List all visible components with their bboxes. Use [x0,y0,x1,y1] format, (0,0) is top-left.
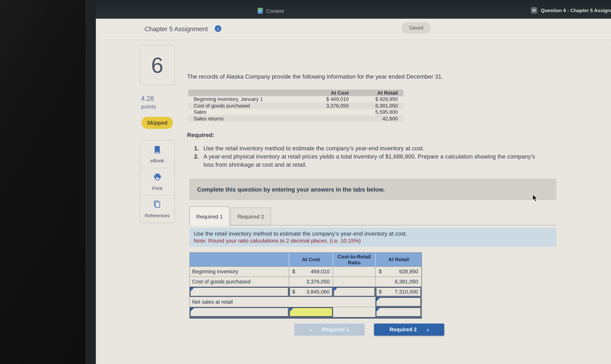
input-net-sales-retail[interactable] [376,297,421,307]
input-marker-icon [190,288,194,291]
info-icon[interactable]: i [215,25,221,32]
cell-beginning-retail: $928,950 [376,267,421,277]
answer-header-blank [190,253,289,267]
print-icon [153,172,162,183]
given-col-at-retail: At Retail [349,90,398,96]
tab-divider [190,225,557,225]
tab-required-2[interactable]: Required 2 [231,208,271,225]
input-marker-icon [376,308,380,312]
table-row: Sales returns 42,800 [188,115,403,122]
answer-table: At Cost Cost-to-Retail Ratio At Retail B… [190,252,422,318]
prev-button-label: Required 1 [322,327,349,333]
references-icon [153,200,162,211]
cell-bottom-ratio [333,307,376,317]
saved-badge: Saved [401,22,431,34]
ebook-button[interactable]: eBook [140,141,175,168]
assignment-page: Chapter 5 Assignment i Saved 6 4.28 poin… [96,19,611,364]
input-bottom-label[interactable] [190,307,289,317]
required-1-nav-button[interactable]: ‹ Required 1 [294,324,365,336]
points-value: 4.28 [141,95,154,103]
chevron-right-icon: › [427,326,429,333]
cell-goods-ratio [333,277,376,287]
table-row: Cost of goods purchased 3,376,050 6,381,… [188,102,403,109]
input-marker-icon [334,288,338,291]
problem-intro: The records of Alaska Company provide th… [187,73,600,80]
tab-required-1[interactable]: Required 1 [190,206,230,226]
browser-tab-content[interactable]: ∧ Content [258,8,284,14]
input-ratio[interactable] [333,287,376,297]
resource-toolbox: eBook Print References [140,140,175,223]
answer-header-ratio: Cost-to-Retail Ratio [333,253,376,267]
input-ending-cost-selected[interactable] [289,307,333,317]
required-list: 1. Use the retail inventory method to es… [194,144,588,169]
question-number-box: 6 [140,45,175,85]
answer-header-at-retail: At Retail [376,253,421,267]
content-tab-label: Content [266,8,284,14]
given-data-table: At Cost At Retail Beginning inventory, J… [188,90,403,122]
instruction-box: Use the retail inventory method to estim… [190,228,557,247]
input-marker-icon [290,308,293,312]
answer-header-at-cost: At Cost [289,253,333,267]
given-col-at-cost: At Cost [292,90,349,96]
cell-goods-cost: 3,376,050 [289,277,333,287]
row-label-net-sales: Net sales at retail [190,297,376,307]
cell-beginning-cost: $469,010 [289,267,333,277]
input-marker-icon [376,298,380,301]
cell-goods-retail: 6,381,050 [376,277,421,287]
instruction-note: Note: Round your ratio calculations to 2… [194,238,552,244]
table-row: Sales 5,595,800 [188,109,403,115]
window-edge [85,0,96,364]
browser-tab-question[interactable]: M Question 6 - Chapter 5 Assignm [531,7,611,14]
question-number: 6 [140,45,175,85]
instruction-text: Use the retail inventory method to estim… [194,231,552,237]
content-app-icon: ∧ [258,8,263,14]
required-item-2: 2. A year-end physical inventory at reta… [194,152,588,169]
ebook-icon [153,145,162,156]
input-total-label[interactable] [190,287,289,297]
chevron-left-icon: ‹ [310,326,312,333]
status-badge: Skipped [141,117,173,129]
laptop-bezel [0,0,85,364]
row-label-beginning-inventory: Beginning inventory [190,267,289,277]
cell-total-cost: $3,845,060 [289,287,333,297]
required-2-nav-button[interactable]: Required 2 › [374,324,444,336]
next-button-label: Required 2 [389,327,417,333]
required-item-1: 1. Use the retail inventory method to es… [194,144,588,152]
complete-question-banner: Complete this question by entering your … [190,179,557,200]
question-tab-label: Question 6 - Chapter 5 Assignm [541,8,611,13]
page-title: Chapter 5 Assignment [145,25,208,33]
input-marker-icon [190,308,194,312]
input-ending-retail[interactable] [376,307,421,317]
browser-chrome: ∧ Content M Question 6 - Chapter 5 Assig… [96,0,611,19]
cursor-icon [532,194,538,204]
references-button[interactable]: References [140,196,175,223]
screenshot-stage: ∧ Content M Question 6 - Chapter 5 Assig… [0,0,611,364]
table-row: Beginning inventory, January 1 $ 469,010… [188,96,403,102]
points-label: points [141,104,156,110]
references-label: References [145,213,170,219]
cell-beginning-ratio [333,267,376,277]
page-header: Chapter 5 Assignment i Saved [96,19,611,40]
required-heading: Required: [187,131,214,138]
print-label: Print [152,185,162,191]
ebook-label: eBook [150,158,164,164]
print-button[interactable]: Print [140,168,175,196]
given-table-header: At Cost At Retail [188,90,403,96]
browser-tab-favicon: M [531,7,537,14]
cell-total-retail: $7,310,000 [376,287,421,297]
row-label-cost-of-goods: Cost of goods purchased [190,277,289,287]
